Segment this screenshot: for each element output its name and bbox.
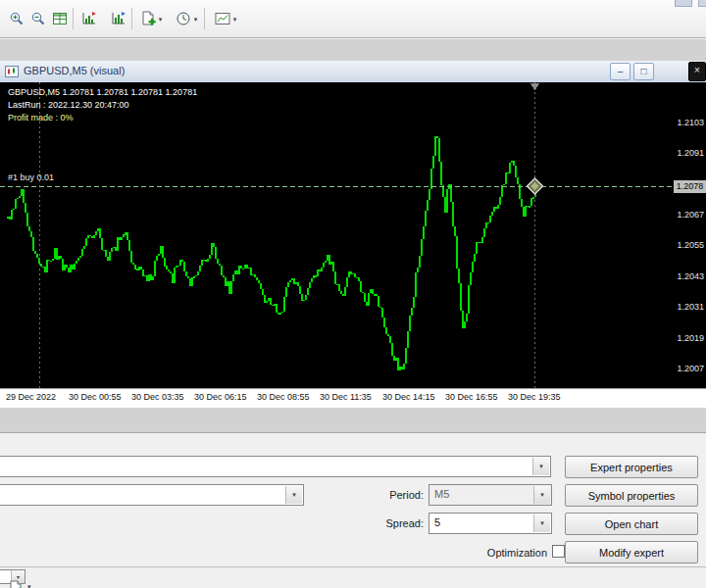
order-line-label: #1 buy 0.01 <box>8 172 54 182</box>
tile-windows-icon <box>52 11 68 26</box>
price-tick-label: 1.2043 <box>671 271 704 281</box>
new-document-dropdown[interactable]: ▾ <box>155 14 166 25</box>
bar-chart-step-icon <box>111 11 126 26</box>
chart-lastrun-line: LastRun : 2022.12.30 20:47:00 <box>8 99 197 112</box>
spread-label: Spread: <box>365 517 424 529</box>
time-label: 30 Dec 19:35 <box>508 392 561 402</box>
tester-settings-panel: ▾ Expert properties ▾ Period: M5 ▾ Symbo… <box>0 432 706 588</box>
zoom-in-icon <box>9 11 25 26</box>
chart-plot-area[interactable]: GBPUSD,M5 1.20781 1.20781 1.20781 1.2078… <box>0 82 706 388</box>
zoom-out-icon <box>30 11 46 26</box>
price-tick-label: 1.2091 <box>671 148 704 158</box>
period-select-value: M5 <box>434 488 449 500</box>
open-chart-button[interactable]: Open chart <box>565 513 698 535</box>
price-tick-label: 1.2031 <box>671 302 704 312</box>
chevron-down-icon[interactable]: ▾ <box>533 514 550 532</box>
symbol-properties-button[interactable]: Symbol properties <box>565 484 698 507</box>
toolbar-separator <box>131 8 132 29</box>
chart-forward-button[interactable] <box>78 8 100 29</box>
new-document-icon <box>140 11 156 26</box>
chart-step-button[interactable] <box>108 8 129 29</box>
time-label: 30 Dec 11:35 <box>320 392 372 402</box>
chevron-down-icon[interactable]: ▾ <box>533 486 550 504</box>
time-label: 29 Dec 2022 <box>6 392 56 402</box>
modify-expert-button[interactable]: Modify expert <box>565 541 698 564</box>
time-label: 30 Dec 03:35 <box>131 392 184 402</box>
chart-window-titlebar[interactable]: GBPUSD,M5 (visual) – □ × <box>0 61 706 83</box>
time-label: 30 Dec 00:55 <box>69 392 122 402</box>
close-button[interactable]: × <box>688 62 706 81</box>
current-price-tag: 1.2078 <box>674 180 706 193</box>
chevron-down-icon[interactable]: ▾ <box>532 458 549 475</box>
tile-windows-button[interactable] <box>49 8 71 29</box>
main-toolbar: ▾ ▾ ▾ <box>0 0 706 38</box>
time-label: 30 Dec 16:55 <box>445 392 498 402</box>
zoom-in-button[interactable] <box>6 8 27 29</box>
symbol-select[interactable]: ▾ <box>0 484 304 506</box>
partial-toolbar-icon <box>675 0 692 7</box>
candlestick-chart <box>0 82 706 388</box>
price-tick-label: 1.2103 <box>671 118 704 127</box>
chart-template-dropdown[interactable]: ▾ <box>229 14 240 25</box>
optimization-checkbox[interactable] <box>552 545 565 558</box>
optimization-label: Optimization <box>459 547 547 559</box>
mdi-background <box>0 38 706 62</box>
time-axis[interactable]: 29 Dec 202230 Dec 00:5530 Dec 03:3530 De… <box>0 388 706 408</box>
chart-template-icon <box>215 11 230 26</box>
chart-window: GBPUSD,M5 (visual) – □ × GBPUSD,M5 1.207… <box>0 61 706 408</box>
period-label: Period: <box>365 489 424 501</box>
chart-info-overlay: GBPUSD,M5 1.20781 1.20781 1.20781 1.2078… <box>8 86 197 124</box>
expert-properties-button[interactable]: Expert properties <box>565 456 698 478</box>
time-label: 30 Dec 08:55 <box>257 392 310 402</box>
chart-ohlc-line: GBPUSD,M5 1.20781 1.20781 1.20781 1.2078… <box>8 86 197 99</box>
time-label: 30 Dec 06:15 <box>194 392 247 402</box>
expert-select[interactable]: ▾ <box>0 456 551 477</box>
minimize-button[interactable]: – <box>610 63 630 80</box>
history-interval-dropdown[interactable]: ▾ <box>190 14 201 25</box>
toolbar-separator <box>204 8 205 29</box>
maximize-button[interactable]: □ <box>633 63 654 80</box>
clock-icon <box>176 11 191 26</box>
price-tick-label: 1.2067 <box>671 210 704 220</box>
price-axis[interactable]: 1.21031.20911.20791.20671.20551.20431.20… <box>671 82 706 388</box>
chevron-down-icon[interactable]: ▾ <box>285 486 302 504</box>
price-tick-label: 1.2055 <box>671 240 704 250</box>
bar-chart-forward-icon <box>81 11 97 26</box>
chart-window-title: GBPUSD,M5 (visual) <box>24 65 125 76</box>
toolbar-separator <box>73 8 74 29</box>
spread-select-value: 5 <box>434 516 440 528</box>
new-report-icon[interactable] <box>8 580 24 588</box>
period-select[interactable]: M5 ▾ <box>429 484 552 506</box>
chart-window-icon <box>5 65 20 78</box>
zoom-out-button[interactable] <box>27 8 49 29</box>
spread-select[interactable]: 5 ▾ <box>429 513 552 534</box>
price-tick-label: 1.2019 <box>671 333 704 343</box>
new-report-dropdown[interactable]: ▾ <box>27 583 31 588</box>
partial-toolbar-icon <box>698 0 706 7</box>
panel-divider <box>0 566 706 567</box>
price-tick-label: 1.2007 <box>671 364 704 373</box>
time-label: 30 Dec 14:15 <box>382 392 435 402</box>
chart-profit-line: Profit made : 0% <box>8 112 197 124</box>
